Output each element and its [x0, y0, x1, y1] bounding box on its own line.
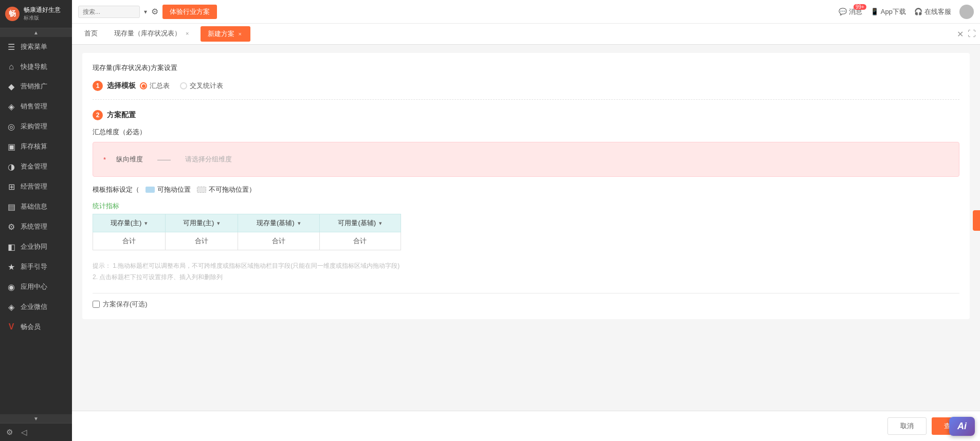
online-service-button[interactable]: 🎧 在线客服 — [914, 7, 951, 16]
sidebar-item-newbie[interactable]: ★ 新手引导 — [0, 257, 72, 277]
action-bar: 取消 查询 — [72, 411, 980, 441]
col3-dropdown-icon[interactable]: ▾ — [298, 220, 301, 227]
sidebar-scroll-down[interactable]: ▼ — [0, 414, 72, 423]
col4-dropdown-icon[interactable]: ▾ — [379, 220, 382, 227]
step1-section: 1 选择模板 汇总表 交叉统计表 — [93, 81, 959, 100]
tab-inventory-status[interactable]: 现存量（库存状况表） × — [106, 24, 198, 44]
settings-bottom-icon[interactable]: ⚙ — [6, 428, 13, 437]
message-badge: 99+ — [854, 4, 866, 10]
sidebar-item-management[interactable]: ⊞ 经营管理 — [0, 177, 72, 197]
sidebar-item-label: 销售管理 — [21, 102, 47, 111]
sidebar-item-label: 库存核算 — [21, 142, 47, 151]
sidebar-item-enterprise[interactable]: ◧ 企业协同 — [0, 237, 72, 257]
col2-dropdown-icon[interactable]: ▾ — [217, 220, 220, 227]
user-avatar[interactable] — [959, 5, 974, 19]
template-radio-group: 汇总表 交叉统计表 — [140, 81, 223, 90]
sidebar-item-label: 采购管理 — [21, 122, 47, 131]
dimension-area[interactable]: * 纵向维度 —— 请选择分组维度 — [93, 142, 959, 177]
cancel-button[interactable]: 取消 — [887, 417, 927, 435]
sidebar-item-finance[interactable]: ◑ 资金管理 — [0, 157, 72, 177]
search-menu-icon: ☰ — [6, 42, 16, 52]
save-checkbox[interactable] — [93, 301, 100, 308]
sidebar-item-label: 搜索菜单 — [21, 42, 47, 51]
radio-summary-circle — [140, 82, 147, 89]
service-label: 在线客服 — [924, 7, 951, 16]
dropdown-icon: ▾ — [144, 8, 147, 15]
sidebar-item-label: 新手引导 — [21, 262, 47, 271]
table-summary-row: 合计 合计 合计 合计 — [93, 232, 401, 250]
search-input[interactable] — [78, 6, 140, 18]
logo-icon: 畅 — [5, 7, 20, 21]
message-icon: 💬 — [839, 8, 847, 15]
tab-new-close[interactable]: × — [237, 30, 243, 38]
sidebar-item-app-center[interactable]: ◉ 应用中心 — [0, 277, 72, 297]
tab-expand-icon[interactable]: ⛶ — [968, 29, 976, 39]
step2-label: 方案配置 — [107, 111, 136, 120]
home-icon: ⌂ — [6, 62, 16, 71]
sidebar-item-basic-info[interactable]: ▤ 基础信息 — [0, 197, 72, 217]
col1-dropdown-icon[interactable]: ▾ — [144, 220, 148, 227]
non-draggable-label: 不可拖动位置） — [209, 185, 256, 194]
sidebar-item-system[interactable]: ⚙ 系统管理 — [0, 217, 72, 237]
tab-inventory-close[interactable]: × — [184, 30, 190, 37]
app-download-label: App下载 — [881, 7, 906, 16]
template-indicator: 模板指标设定（ 可拖动位置 不可拖动位置） — [93, 185, 959, 194]
sidebar-item-label: 资金管理 — [21, 162, 47, 171]
col3-summary: 合计 — [238, 232, 319, 250]
sidebar-item-purchase[interactable]: ◎ 采购管理 — [0, 117, 72, 137]
main-area: ▾ ⚙ 体验行业方案 💬 消息 99+ 📱 App下载 🎧 在线客服 首页 — [72, 0, 980, 441]
sidebar-item-marketing[interactable]: ◆ 营销推广 — [0, 77, 72, 97]
marketing-icon: ◆ — [6, 82, 16, 91]
col-header-4[interactable]: 可用量(基辅) ▾ — [319, 214, 401, 232]
sidebar-nav: ☰ 搜索菜单 ⌂ 快捷导航 ◆ 营销推广 ◈ 销售管理 ◎ 采购管理 ▣ 库存核… — [0, 37, 72, 414]
col-header-2[interactable]: 可用量(主) ▾ — [166, 214, 238, 232]
dim-separator: —— — [157, 156, 171, 163]
radio-cross-circle — [180, 82, 187, 89]
sidebar-item-label: 应用中心 — [21, 282, 47, 291]
content-area: 现存量(库存状况表)方案设置 1 选择模板 汇总表 交叉统计表 — [72, 45, 980, 411]
col-header-3[interactable]: 现存量(基辅) ▾ — [238, 214, 319, 232]
newbie-icon: ★ — [6, 262, 16, 272]
col-header-1[interactable]: 现存量(主) ▾ — [93, 214, 166, 232]
page-title: 现存量(库存状况表)方案设置 — [93, 63, 959, 72]
topbar-dropdown[interactable]: ▾ — [144, 8, 147, 15]
step2-header: 2 方案配置 — [93, 110, 959, 120]
col4-summary: 合计 — [319, 232, 401, 250]
radio-summary[interactable]: 汇总表 — [140, 81, 170, 90]
sidebar-item-quicknav[interactable]: ⌂ 快捷导航 — [0, 57, 72, 77]
app-download-button[interactable]: 📱 App下载 — [870, 7, 906, 16]
tab-new-scheme[interactable]: 新建方案 × — [201, 26, 250, 42]
save-option: 方案保存(可选) — [93, 293, 959, 309]
sidebar-item-wechat[interactable]: ◈ 企业微信 — [0, 297, 72, 317]
col2-summary: 合计 — [166, 232, 238, 250]
basicinfo-icon: ▤ — [6, 202, 16, 212]
aggregate-dimension-label: 汇总维度（必选） — [93, 127, 959, 137]
trial-button[interactable]: 体验行业方案 — [162, 5, 217, 19]
system-icon: ⚙ — [6, 222, 16, 232]
radio-cross[interactable]: 交叉统计表 — [180, 81, 223, 90]
gear-icon[interactable]: ⚙ — [151, 7, 158, 16]
sidebar-item-search[interactable]: ☰ 搜索菜单 — [0, 37, 72, 57]
tab-close-all-icon[interactable]: ✕ — [957, 29, 964, 39]
tabs-bar: 首页 现存量（库存状况表） × 新建方案 × ✕ ⛶ — [72, 24, 980, 45]
dim-required-star: * — [103, 156, 106, 163]
tip-line-1: 提示： 1.拖动标题栏可以调整布局，不可跨维度或指标区域拖动栏目字段(只能在同一… — [93, 261, 959, 272]
app-logo: 畅 畅康通好生意 标准版 — [0, 0, 72, 28]
non-draggable-box — [197, 187, 206, 193]
settings-card: 现存量(库存状况表)方案设置 1 选择模板 汇总表 交叉统计表 — [82, 53, 970, 319]
sidebar-bottom: ⚙ ◁ — [0, 423, 72, 441]
tab-home[interactable]: 首页 — [76, 24, 106, 44]
step1-badge: 1 — [93, 81, 103, 91]
ai-float-button[interactable]: Ai — [949, 417, 975, 436]
sidebar-scroll-up[interactable]: ▲ — [0, 28, 72, 37]
message-button[interactable]: 💬 消息 99+ — [839, 7, 862, 16]
sidebar-item-label: 快捷导航 — [21, 62, 47, 71]
sidebar-item-sales[interactable]: ◈ 销售管理 — [0, 97, 72, 117]
sidebar-item-inventory[interactable]: ▣ 库存核算 — [0, 137, 72, 157]
tabs-right-icons: ✕ ⛶ — [957, 29, 976, 39]
right-sidebar-handle[interactable] — [973, 210, 980, 231]
finance-icon: ◑ — [6, 162, 16, 172]
template-indicator-label: 模板指标设定（ — [93, 185, 139, 194]
collapse-icon[interactable]: ◁ — [21, 428, 27, 437]
sidebar-item-member[interactable]: V 畅会员 — [0, 317, 72, 337]
